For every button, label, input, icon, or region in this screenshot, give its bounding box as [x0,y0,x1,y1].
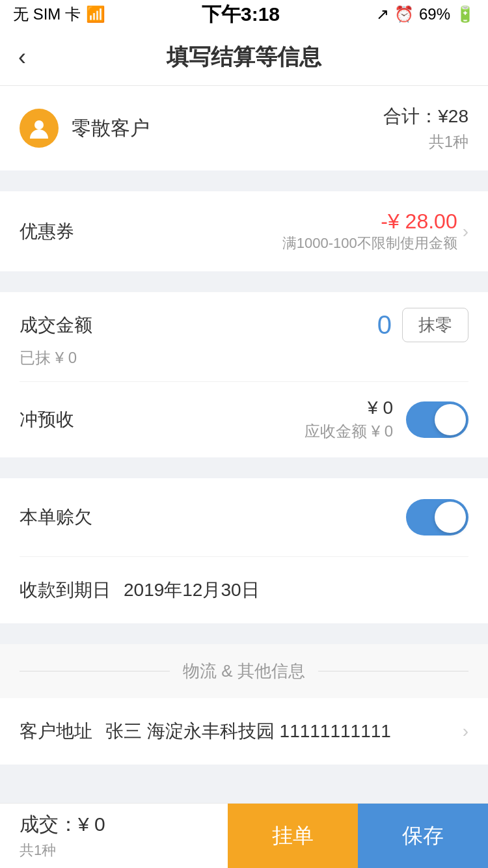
arrears-section: 本单赊欠 收款到期日 2019年12月30日 [0,478,488,623]
bottom-count: 共1种 [20,841,208,860]
coupon-row[interactable]: 优惠券 -¥ 28.00 满1000-100不限制使用金额 › [0,191,488,271]
prepay-amounts: ¥ 0 应收金额 ¥ 0 [305,398,393,442]
logistics-line-right [318,671,468,671]
duedate-row: 收款到期日 2019年12月30日 [0,557,488,623]
transaction-sub: 已抹 ¥ 0 [0,347,488,381]
coupon-amount: -¥ 28.00 [282,210,457,234]
coupon-label: 优惠券 [20,219,74,244]
coupon-chevron-icon: › [463,221,468,242]
wifi-icon: 📶 [86,5,105,23]
status-bar: 无 SIM 卡 📶 下午3:18 ↗ ⏰ 69% 🔋 [0,0,488,29]
logistics-text: 物流 & 其他信息 [183,660,305,683]
coupon-info: -¥ 28.00 满1000-100不限制使用金额 [282,210,457,253]
transaction-section: 成交金额 0 抹零 已抹 ¥ 0 冲预收 ¥ 0 应收金额 ¥ 0 [0,292,488,457]
address-section: 客户地址 张三 海淀永丰科技园 11111111111 › [0,698,488,765]
amount-input-area: 0 抹零 [377,308,468,342]
location-icon: ↗ [376,5,389,23]
bottom-deal-label: 成交： [20,813,78,835]
coupon-desc: 满1000-100不限制使用金额 [282,234,457,253]
status-time: 下午3:18 [202,1,280,28]
prepay-main-amount: ¥ 0 [305,398,393,418]
prepay-label: 冲预收 [20,407,74,432]
bottom-deal-amount: ¥ 0 [78,813,105,835]
toggle-knob [435,404,466,435]
bottom-info: 成交：¥ 0 共1种 [0,804,228,868]
alarm-icon: ⏰ [394,5,414,23]
duedate-value: 2019年12月30日 [124,578,260,603]
no-sim-text: 无 SIM 卡 [13,4,81,25]
customer-left: 零散客户 [20,109,150,148]
customer-row: 零散客户 合计：¥28 共1种 [0,86,488,170]
status-left: 无 SIM 卡 📶 [13,4,105,25]
arrears-label: 本单赊欠 [20,505,92,530]
duedate-label: 收款到期日 [20,578,111,603]
address-chevron-icon: › [463,721,468,742]
transaction-row: 成交金额 0 抹零 [0,292,488,347]
separator-2 [0,282,488,292]
address-left: 客户地址 张三 海淀永丰科技园 11111111111 [20,719,391,744]
customer-section: 零散客户 合计：¥28 共1种 [0,86,488,170]
address-value: 张三 海淀永丰科技园 11111111111 [105,719,391,744]
avatar [20,109,59,148]
customer-right: 合计：¥28 共1种 [383,104,468,152]
transaction-value[interactable]: 0 [377,310,392,340]
address-label: 客户地址 [20,719,92,744]
battery-icon: 🔋 [455,5,475,23]
total-amount: 合计：¥28 [383,104,468,129]
logistics-header: 物流 & 其他信息 [0,644,488,698]
round-button[interactable]: 抹零 [402,308,468,342]
logistics-line-left [20,671,170,671]
prepay-right: ¥ 0 应收金额 ¥ 0 [305,398,468,442]
nav-bar: ‹ 填写结算等信息 [0,29,488,86]
back-button[interactable]: ‹ [18,44,26,71]
transaction-label: 成交金额 [20,313,92,338]
separator-3 [0,468,488,478]
arrears-row: 本单赊欠 [0,478,488,556]
arrears-toggle[interactable] [406,499,468,536]
battery-text: 69% [419,5,450,23]
prepay-sub-amount: 应收金额 ¥ 0 [305,421,393,442]
customer-name: 零散客户 [72,115,150,142]
arrears-toggle-knob [435,502,466,533]
separator-1 [0,181,488,191]
total-count: 共1种 [383,131,468,152]
save-button[interactable]: 保存 [358,804,488,868]
bottom-deal: 成交：¥ 0 [20,811,208,838]
hold-button[interactable]: 挂单 [228,804,358,868]
status-right: ↗ ⏰ 69% 🔋 [376,5,475,23]
separator-4 [0,634,488,644]
page-title: 填写结算等信息 [167,42,321,72]
address-row[interactable]: 客户地址 张三 海淀永丰科技园 11111111111 › [0,698,488,765]
coupon-right: -¥ 28.00 满1000-100不限制使用金额 › [282,210,468,253]
bottom-bar: 成交：¥ 0 共1种 挂单 保存 [0,803,488,868]
coupon-section: 优惠券 -¥ 28.00 满1000-100不限制使用金额 › [0,191,488,271]
svg-point-0 [34,120,44,129]
prepay-row: 冲预收 ¥ 0 应收金额 ¥ 0 [0,382,488,457]
prepay-toggle[interactable] [406,401,468,438]
